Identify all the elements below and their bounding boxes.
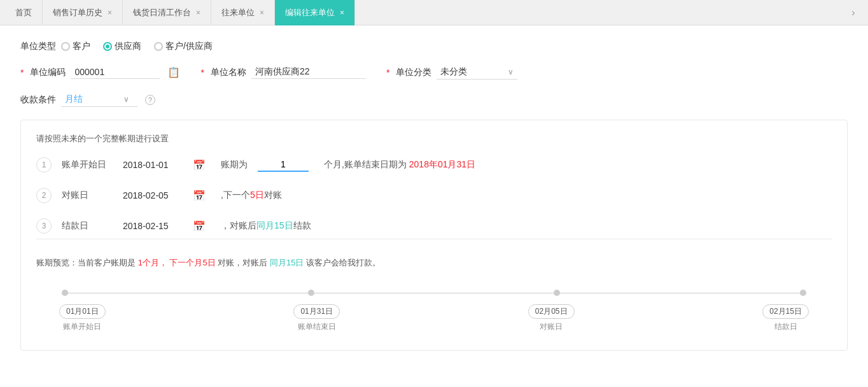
unit-category-item: * 单位分类 未分类 ∨ xyxy=(386,65,517,80)
period-end-date: 2018年01月31日 xyxy=(409,159,475,169)
step-1-label: 账单开始日 xyxy=(62,159,113,171)
unit-name-required: * xyxy=(200,67,204,78)
unit-code-input[interactable] xyxy=(71,66,160,79)
step-2-label: 对账日 xyxy=(62,190,113,201)
step-3-row: 3 结款日 2018-02-15 📅 ，对账后同月15日结款 xyxy=(36,218,832,234)
unit-name-item: * 单位名称 xyxy=(200,66,365,79)
timeline-dot-1 xyxy=(62,290,68,296)
main-content: 单位类型 客户 供应商 客户/供应商 * 单位编码 xyxy=(0,25,868,387)
payment-terms-row: 收款条件 月结 ∨ ? xyxy=(20,92,848,107)
payment-terms-item: 收款条件 月结 ∨ ? xyxy=(20,92,155,107)
step-3-label: 结款日 xyxy=(62,220,113,232)
unit-name-input[interactable] xyxy=(251,66,366,79)
step-1-date: 2018-01-01 xyxy=(123,160,180,170)
step-3-cal-icon[interactable]: 📅 xyxy=(193,220,206,232)
preview-row: 账期预览：当前客户账期是 1个月， 下一个月5日 对账，对账后 同月15日 该客… xyxy=(36,250,832,276)
radio-supplier-circle xyxy=(103,42,112,51)
step-3-highlight: 同月15日 xyxy=(256,220,293,230)
unit-type-label: 单位类型 xyxy=(20,41,56,52)
unit-code-item: * 单位编码 📋 xyxy=(20,66,180,79)
tab-close-edit-partner[interactable]: × xyxy=(340,8,344,17)
timeline-label-2: 账单结束日 xyxy=(298,321,336,332)
section-instruction: 请按照未来的一个完整帐期进行设置 xyxy=(36,133,832,144)
payment-terms-value: 月结 xyxy=(65,94,83,105)
timeline-badge-3: 02月05日 xyxy=(528,304,575,319)
timeline-dot-4 xyxy=(800,290,806,296)
help-icon[interactable]: ? xyxy=(145,95,155,105)
step-3-date: 2018-02-15 xyxy=(123,221,180,231)
step-2-highlight: 5日 xyxy=(250,190,264,200)
unit-category-required: * xyxy=(386,67,389,78)
step-3-desc: ，对账后同月15日结款 xyxy=(221,220,311,232)
payment-terms-select[interactable]: 月结 ∨ xyxy=(61,92,137,107)
payment-terms-chevron-icon: ∨ xyxy=(123,95,129,104)
timeline-node-4: 02月15日 结款日 xyxy=(762,304,809,332)
tab-more-button[interactable]: › xyxy=(844,7,863,18)
payment-terms-label: 收款条件 xyxy=(20,94,56,106)
tab-partners[interactable]: 往来单位 × xyxy=(211,0,275,25)
preview-reconcile-date: 下一个月5日 xyxy=(169,258,215,267)
tab-close-sales-history[interactable]: × xyxy=(108,8,112,17)
step-2-date: 2018-02-05 xyxy=(123,190,180,201)
preview-months: 1个月， xyxy=(138,258,167,267)
tab-cash-work[interactable]: 钱货日清工作台 × xyxy=(123,0,211,25)
period-input[interactable] xyxy=(258,158,309,172)
code-name-category-row: * 单位编码 📋 * 单位名称 * 单位分类 未分类 ∨ xyxy=(20,65,848,80)
step-3-num: 3 xyxy=(36,218,52,234)
tab-edit-partner[interactable]: 编辑往来单位 × xyxy=(275,0,355,25)
preview-payment-date: 同月15日 xyxy=(270,258,304,267)
unit-code-required: * xyxy=(20,67,24,78)
unit-type-item: 单位类型 客户 供应商 客户/供应商 xyxy=(20,41,213,52)
timeline-label-3: 对账日 xyxy=(540,321,563,332)
unit-category-value: 未分类 xyxy=(440,66,467,78)
unit-category-select[interactable]: 未分类 ∨ xyxy=(437,65,517,80)
step-1-row: 1 账单开始日 2018-01-01 📅 账期为 个月,账单结束日期为 2018… xyxy=(36,157,832,172)
unit-category-chevron-icon: ∨ xyxy=(508,67,514,76)
timeline-badge-1: 01月01日 xyxy=(59,304,106,319)
unit-category-label: 单位分类 xyxy=(396,67,431,78)
step-2-row: 2 对账日 2018-02-05 📅 ,下一个5日对账 xyxy=(36,188,832,203)
step-1-cal-icon[interactable]: 📅 xyxy=(193,159,206,171)
step-1-period-unit: 个月,账单结束日期为 2018年01月31日 xyxy=(324,159,475,171)
radio-supplier[interactable]: 供应商 xyxy=(103,41,141,52)
radio-customer[interactable]: 客户 xyxy=(61,41,90,52)
timeline-node-1: 01月01日 账单开始日 xyxy=(59,304,106,332)
timeline-node-2: 01月31日 账单结束日 xyxy=(293,304,340,332)
timeline-label-4: 结款日 xyxy=(774,321,797,332)
timeline-dot-2 xyxy=(308,290,314,296)
unit-code-icon[interactable]: 📋 xyxy=(167,66,180,78)
timeline-label-1: 账单开始日 xyxy=(63,321,101,332)
unit-type-radio-group: 客户 供应商 客户/供应商 xyxy=(61,41,213,52)
timeline-dot-3 xyxy=(554,290,560,296)
step-2-cal-icon[interactable]: 📅 xyxy=(193,190,206,202)
timeline-badge-4: 02月15日 xyxy=(762,304,809,319)
radio-both[interactable]: 客户/供应商 xyxy=(154,41,213,52)
step-2-num: 2 xyxy=(36,188,52,203)
timeline-node-3: 02月05日 对账日 xyxy=(528,304,575,332)
billing-section: 请按照未来的一个完整帐期进行设置 1 账单开始日 2018-01-01 📅 账期… xyxy=(20,120,848,351)
tab-bar: 首页 销售订单历史 × 钱货日清工作台 × 往来单位 × 编辑往来单位 × › xyxy=(0,0,868,25)
tab-sales-history[interactable]: 销售订单历史 × xyxy=(43,0,123,25)
tab-close-cash-work[interactable]: × xyxy=(196,8,200,17)
step-1-period-label: 账期为 xyxy=(221,159,248,171)
step-1-num: 1 xyxy=(36,157,52,172)
unit-name-label: 单位名称 xyxy=(211,67,246,78)
radio-customer-circle xyxy=(61,42,70,51)
unit-type-row: 单位类型 客户 供应商 客户/供应商 xyxy=(20,41,848,52)
unit-code-label: 单位编码 xyxy=(30,67,66,78)
timeline-badge-2: 01月31日 xyxy=(293,304,340,319)
timeline: 01月01日 账单开始日 01月31日 账单结束日 02月05日 对账日 02月… xyxy=(36,276,832,337)
tab-home[interactable]: 首页 xyxy=(5,0,43,25)
radio-both-circle xyxy=(154,42,163,51)
timeline-labels: 01月01日 账单开始日 01月31日 账单结束日 02月05日 对账日 02月… xyxy=(36,299,832,332)
tab-close-partners[interactable]: × xyxy=(260,8,264,17)
step-2-desc: ,下一个5日对账 xyxy=(221,190,282,201)
